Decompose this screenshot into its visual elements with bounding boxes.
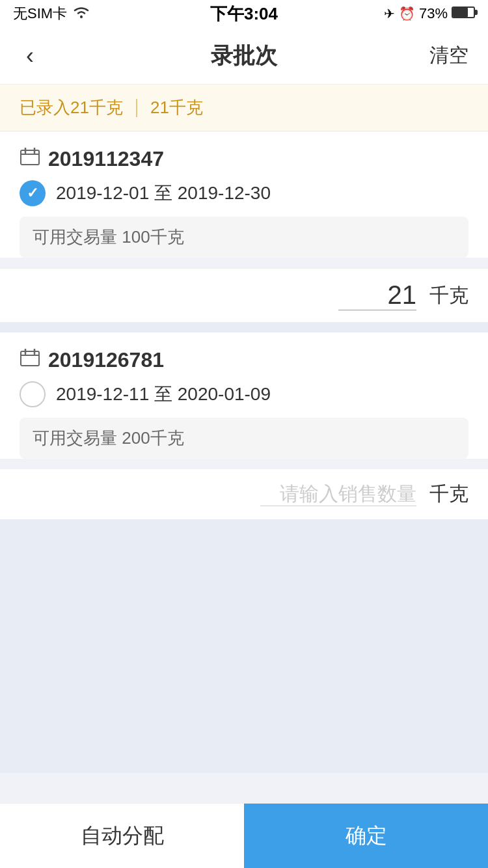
batch-row-2[interactable]: 2019-12-11 至 2020-01-09 xyxy=(20,381,468,407)
svg-rect-1 xyxy=(21,150,39,165)
batch-icon-2 xyxy=(20,349,40,372)
batch-header-2: 2019126781 xyxy=(20,348,468,372)
confirm-button[interactable]: 确定 xyxy=(244,804,488,868)
batch-item-1: 2019112347 ✓ 2019-12-01 至 2019-12-30 可用交… xyxy=(0,131,488,258)
placeholder-area-2: 请输入销售数量 千克 xyxy=(0,469,488,519)
amount-area-1: 21 千克 xyxy=(0,268,488,322)
available-qty-1: 可用交易量 100千克 xyxy=(20,217,468,258)
batch-date-2: 2019-12-11 至 2020-01-09 xyxy=(56,382,271,407)
radio-checked-1[interactable]: ✓ xyxy=(20,180,46,206)
batch-id-2: 2019126781 xyxy=(48,348,164,372)
recorded-label: 已录入21千克 xyxy=(20,96,123,119)
location-icon: ✈ xyxy=(384,6,395,21)
checkmark-1: ✓ xyxy=(27,185,38,202)
batch-date-1: 2019-12-01 至 2019-12-30 xyxy=(56,181,271,206)
batch-row-1[interactable]: ✓ 2019-12-01 至 2019-12-30 xyxy=(20,180,468,206)
status-time: 下午3:04 xyxy=(210,3,278,25)
separator-1 xyxy=(0,322,488,332)
amount-value-1: 21 xyxy=(388,280,417,309)
auto-distribute-button[interactable]: 自动分配 xyxy=(0,804,244,868)
back-button[interactable]: ‹ xyxy=(20,36,40,76)
batch-item-2: 2019126781 2019-12-11 至 2020-01-09 可用交易量… xyxy=(0,332,488,459)
summary-banner: 已录入21千克 21千克 xyxy=(0,85,488,131)
status-right: ✈ ⏰ 73% xyxy=(384,5,475,22)
qty-input-2[interactable]: 请输入销售数量 xyxy=(260,483,416,506)
status-left: 无SIM卡 xyxy=(13,4,90,23)
carrier-text: 无SIM卡 xyxy=(13,4,67,23)
wifi-icon xyxy=(72,5,90,23)
summary-divider xyxy=(136,99,137,117)
battery-pct: 73% xyxy=(419,5,448,22)
qty-unit-2: 千克 xyxy=(429,481,468,508)
svg-point-0 xyxy=(80,16,83,18)
qty-placeholder-2: 请输入销售数量 xyxy=(280,481,416,508)
batch-icon-1 xyxy=(20,148,40,170)
page-title: 录批次 xyxy=(211,41,277,71)
batch-header-1: 2019112347 xyxy=(20,147,468,171)
svg-rect-5 xyxy=(21,351,39,366)
amount-input-1[interactable]: 21 xyxy=(338,280,416,310)
battery-icon xyxy=(452,5,475,22)
summary-amount: 21千克 xyxy=(150,96,203,119)
clear-button[interactable]: 清空 xyxy=(429,42,468,69)
alarm-icon: ⏰ xyxy=(399,6,415,21)
batch-id-1: 2019112347 xyxy=(48,147,164,171)
available-qty-2: 可用交易量 200千克 xyxy=(20,418,468,459)
bottom-spacer xyxy=(0,519,488,773)
amount-unit-1: 千克 xyxy=(429,282,468,309)
status-bar: 无SIM卡 下午3:04 ✈ ⏰ 73% xyxy=(0,0,488,27)
nav-bar: ‹ 录批次 清空 xyxy=(0,27,488,85)
radio-unchecked-2[interactable] xyxy=(20,381,46,407)
bottom-buttons: 自动分配 确定 xyxy=(0,803,488,868)
